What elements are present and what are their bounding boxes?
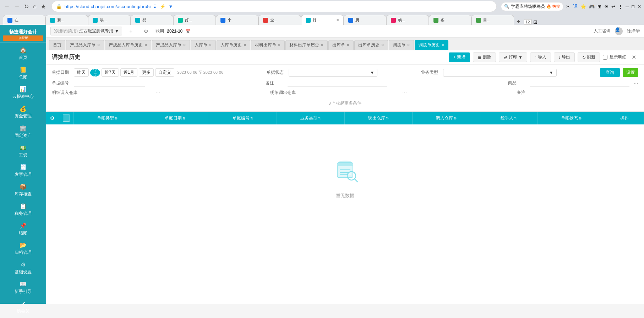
page-tab-out-hist-close[interactable]: ✕ <box>381 43 384 48</box>
home-button[interactable]: ⌂ <box>32 2 38 11</box>
search-button[interactable]: 查询 <box>600 68 620 77</box>
remarks2-input[interactable] <box>539 89 638 96</box>
doc-status-select[interactable]: ▼ <box>289 69 377 77</box>
doc-num-input[interactable] <box>74 80 145 87</box>
browser-tab-10[interactable]: 畅... <box>386 15 429 25</box>
company-selector[interactable]: (勿删勿禁用) 江西服宝测试专用 ▼ <box>50 27 122 35</box>
topbar-settings-button[interactable]: ⚙ <box>140 27 153 35</box>
browser-tab-3[interactable]: 易... <box>88 15 131 25</box>
table-th-checkbox[interactable] <box>59 112 73 124</box>
collapse-button[interactable]: ∧ ^ 收起更多条件 <box>329 100 362 106</box>
browser-tab-2[interactable]: 新... <box>45 15 88 25</box>
page-tab-mat-out[interactable]: 材料出库单 ✕ <box>251 40 285 50</box>
more-btn[interactable]: 更多 <box>139 68 154 77</box>
new-tab-button[interactable]: + <box>514 18 523 25</box>
sidebar-item-invoices[interactable]: 🧾 发票管理 <box>0 161 46 180</box>
sidebar-item-settings[interactable]: ⚙ 基础设置 <box>0 258 46 278</box>
page-tab-transfer-hist[interactable]: 调拨单历史 ✕ <box>415 40 448 50</box>
today-btn[interactable]: 今天 <box>90 69 100 77</box>
page-tab-mat-out-close[interactable]: ✕ <box>278 43 281 48</box>
sidebar-item-inventory[interactable]: 📦 库存核查 <box>0 180 46 200</box>
sidebar-item-funds[interactable]: 💰 资金管理 <box>0 102 46 122</box>
browser-tab-6[interactable]: 个... <box>216 15 258 25</box>
browser-tab-1[interactable]: 在... <box>3 15 45 25</box>
search-bar[interactable]: 🔍 学霸应聘场驱鸟员 🔥 热搜 <box>501 2 563 11</box>
custom-btn[interactable]: 自定义 <box>155 68 174 77</box>
setting-button[interactable]: 设置 <box>623 68 638 77</box>
to-warehouse-input[interactable] <box>299 89 398 96</box>
page-tab-product-in-close[interactable]: ✕ <box>97 43 100 48</box>
forward-button[interactable]: → <box>13 2 21 11</box>
browser-tab-8-close[interactable]: ✕ <box>336 18 339 22</box>
page-tab-product-in-hist-close[interactable]: ✕ <box>144 43 147 48</box>
sidebar-item-member[interactable]: ✔ 畅会员 <box>0 297 46 317</box>
from-warehouse-input[interactable] <box>80 89 151 96</box>
user-service-link[interactable]: 人工咨询 <box>594 28 611 34</box>
sidebar-item-assets[interactable]: 🏢 固定资产 <box>0 122 46 141</box>
from-warehouse-more-btn[interactable]: ··· <box>155 90 160 96</box>
sidebar-item-wages[interactable]: 💵 工资 <box>0 141 46 161</box>
display-cols-toggle[interactable]: 显示明细 <box>603 54 627 60</box>
page-tab-out-close[interactable]: ✕ <box>346 43 350 48</box>
maximize-button[interactable]: □ <box>632 4 634 9</box>
browser-tab-4[interactable]: 易... <box>131 15 173 25</box>
sidebar-item-reports[interactable]: 📊 云报表中心 <box>0 83 46 102</box>
table-th-doc-type[interactable]: 单账类型 ⇅ <box>73 112 141 124</box>
browser-tab-12[interactable]: 目... <box>471 15 514 25</box>
page-tab-product-in[interactable]: 产成品入库单 ✕ <box>66 40 104 50</box>
page-tab-out[interactable]: 出库单 ✕ <box>328 40 354 50</box>
page-tab-transfer-hist-close[interactable]: ✕ <box>441 43 444 48</box>
goods-input[interactable] <box>530 80 629 87</box>
1month-btn[interactable]: 近1月 <box>120 68 138 77</box>
table-th-handler[interactable]: 经手人 ⇅ <box>480 112 537 124</box>
page-tab-transfer-close[interactable]: ✕ <box>407 43 410 48</box>
page-tab-product-in2-close[interactable]: ✕ <box>183 43 186 48</box>
page-tab-in-close[interactable]: ✕ <box>209 43 212 48</box>
display-cols-checkbox[interactable] <box>603 55 607 60</box>
7days-btn[interactable]: 近7天 <box>102 68 119 77</box>
add-company-button[interactable]: + <box>125 27 137 36</box>
table-th-biz-type[interactable]: 业务类型 ⇅ <box>277 112 345 124</box>
table-gear-icon[interactable]: ⚙ <box>50 115 55 121</box>
page-tab-product-in2[interactable]: 产成品入库单 ✕ <box>152 40 190 50</box>
browser-tab-11[interactable]: 各... <box>429 15 471 25</box>
page-tab-home[interactable]: 首页 <box>49 40 65 50</box>
page-tab-out-hist[interactable]: 出库单历史 ✕ <box>354 40 388 50</box>
delete-button[interactable]: 🗑 删除 <box>473 52 496 62</box>
minimize-button[interactable]: ─ <box>626 4 629 9</box>
browser-tab-7[interactable]: 企... <box>258 15 301 25</box>
refresh-button[interactable]: ↻ 刷新 <box>578 52 600 62</box>
page-tab-mat-out-hist-close[interactable]: ✕ <box>321 43 324 48</box>
goods-more-btn[interactable]: ··· <box>634 80 638 87</box>
table-th-out-warehouse[interactable]: 调出仓库 ⇅ <box>344 112 412 124</box>
sidebar-item-closing[interactable]: 📌 结账 <box>0 219 46 239</box>
table-header-checkbox[interactable] <box>63 115 70 122</box>
biz-type-select[interactable]: ▼ <box>443 69 557 77</box>
close-window-button[interactable]: ✕ <box>637 4 641 9</box>
page-tab-in-hist-close[interactable]: ✕ <box>243 43 246 48</box>
page-tab-in-hist[interactable]: 入库单历史 ✕ <box>217 40 250 50</box>
star-button[interactable]: ★ <box>39 2 47 11</box>
page-tab-in[interactable]: 入库单 ✕ <box>191 40 216 50</box>
reload-button[interactable]: ↻ <box>23 2 30 11</box>
close-page-button[interactable]: ✕ <box>629 54 638 61</box>
browser-tab-9[interactable]: 腾... <box>344 15 386 25</box>
export-button[interactable]: ↓ 导出 <box>554 52 575 62</box>
import-button[interactable]: ↑ 导入 <box>530 52 551 62</box>
sidebar-item-ledger[interactable]: 📒 总账 <box>0 63 46 83</box>
table-th-in-warehouse[interactable]: 调入仓库 ⇅ <box>412 112 480 124</box>
page-tab-product-in-hist[interactable]: 产成品入库单历史 ✕ <box>105 40 151 50</box>
sidebar-item-archive[interactable]: 📂 归档管理 <box>0 239 46 258</box>
sidebar-item-home[interactable]: 🏠 首页 <box>0 44 46 63</box>
address-bar[interactable]: 🔒 https://cloud.chanjet.com/accounting/u… <box>51 1 497 12</box>
page-tab-transfer[interactable]: 调拨单 ✕ <box>389 40 414 50</box>
sidebar-item-tax[interactable]: 📋 税务管理 <box>0 200 46 219</box>
print-button[interactable]: 🖨 打印 ▼ <box>499 52 527 62</box>
new-button[interactable]: + 新增 <box>449 52 470 62</box>
back-button[interactable]: ← <box>3 2 11 11</box>
calendar-icon[interactable]: 📅 <box>185 29 191 34</box>
table-th-doc-status[interactable]: 单账状态 ⇅ <box>537 112 605 124</box>
table-th-gear[interactable]: ⚙ <box>46 112 59 124</box>
sidebar-item-guide[interactable]: 📖 新手引导 <box>0 278 46 297</box>
table-th-doc-date[interactable]: 单账日期 ⇅ <box>141 112 209 124</box>
